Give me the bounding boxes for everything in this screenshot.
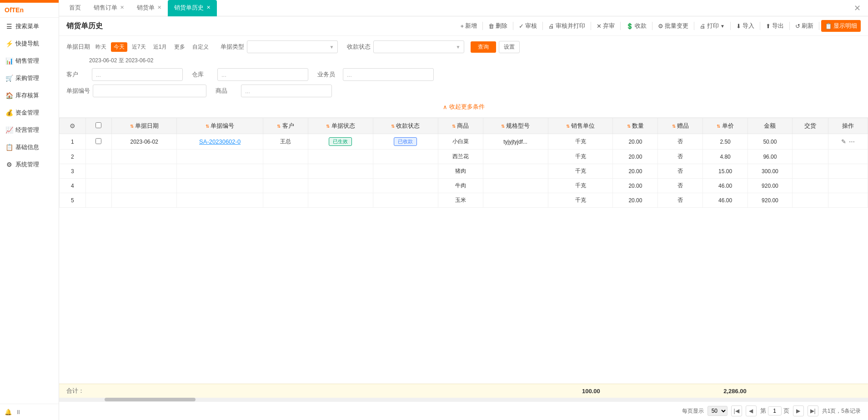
col-gift[interactable]: ⇅ 赠品	[658, 118, 703, 134]
sidebar-item-operations[interactable]: 📈 经营管理	[0, 121, 59, 139]
cell-customer	[263, 193, 308, 208]
horizontal-scrollbar[interactable]	[59, 398, 868, 401]
cell-doc-status	[308, 193, 373, 208]
tab-sales-goods-close[interactable]: ✕	[157, 5, 161, 10]
cell-transaction	[792, 164, 828, 179]
export-button[interactable]: ⬆ 导出	[762, 20, 788, 32]
refresh-icon: ↺	[795, 23, 800, 30]
date-opt-yesterday[interactable]: 昨天	[93, 42, 109, 52]
tab-sales-history[interactable]: 销货单历史 ✕	[168, 0, 217, 16]
discard-button[interactable]: ✕ 弃审	[593, 20, 618, 32]
sidebar-item-sales[interactable]: 📊 销售管理	[0, 52, 59, 70]
sidebar-item-sys-mgmt[interactable]: ⚙ 系统管理	[0, 156, 59, 173]
cell-transaction	[792, 193, 828, 208]
per-page-select[interactable]: 50	[707, 406, 728, 416]
show-detail-button[interactable]: 📋 显示明细	[821, 20, 861, 32]
doc-no-link[interactable]: SA-20230602-0	[199, 138, 241, 145]
sidebar-item-purchase[interactable]: 🛒 采购管理	[0, 70, 59, 87]
settings-filter-button[interactable]: 设置	[499, 41, 520, 53]
scrollbar-thumb[interactable]	[105, 398, 196, 401]
col-doc-no[interactable]: ⇅ 单据编号	[177, 118, 263, 134]
doc-type-dropdown-icon: ▼	[329, 45, 334, 50]
refresh-button[interactable]: ↺ 刷新	[792, 20, 817, 32]
filter-row-4: 单据编号 商品 ...	[66, 85, 861, 97]
edit-icon[interactable]: ✎	[841, 138, 846, 145]
col-checkbox[interactable]	[85, 118, 112, 134]
collapse-label: 收起更多条件	[449, 103, 485, 111]
batch-change-icon: ⚙	[658, 23, 663, 30]
tab-sales-order[interactable]: 销售订单 ✕	[87, 0, 130, 16]
audit-print-button[interactable]: 🖨 审核并打印	[545, 20, 589, 32]
cell-checkbox[interactable]	[85, 193, 112, 208]
col-goods[interactable]: ⇅ 商品	[438, 118, 483, 134]
sidebar-item-label: 系统管理	[15, 160, 39, 169]
query-button[interactable]: 查询	[471, 41, 496, 53]
date-opt-custom[interactable]: 自定义	[190, 42, 211, 52]
show-detail-label: 显示明细	[833, 22, 857, 30]
batch-change-button[interactable]: ⚙ 批量变更	[654, 20, 692, 32]
col-qty[interactable]: ⇅ 数量	[613, 118, 658, 134]
cell-doc-no	[177, 150, 263, 164]
import-button[interactable]: ⬇ 导入	[733, 20, 758, 32]
audit-button[interactable]: ✓ 审核	[515, 20, 541, 32]
tab-sales-goods[interactable]: 销货单 ✕	[130, 0, 168, 16]
cell-checkbox[interactable]	[85, 150, 112, 164]
cell-amount: 96.00	[748, 150, 793, 164]
next-page-btn[interactable]: ▶	[793, 405, 804, 416]
warehouse-input[interactable]: ...	[217, 68, 308, 81]
date-opt-7days[interactable]: 近7天	[129, 42, 149, 52]
collect-button[interactable]: 💲 收款	[622, 20, 650, 32]
delete-button[interactable]: 🗑 删除	[485, 20, 511, 32]
sidebar-item-search-menu[interactable]: ☰ 搜索菜单	[0, 18, 59, 35]
col-payment-status[interactable]: ⇅ 收款状态	[373, 118, 438, 134]
sidebar-item-base-info[interactable]: 📋 基础信息	[0, 139, 59, 156]
table-settings-icon[interactable]: ⚙	[70, 122, 75, 130]
select-all-checkbox[interactable]	[95, 122, 101, 128]
tab-home[interactable]: 首页	[63, 0, 87, 16]
new-button[interactable]: + 新增	[457, 20, 481, 32]
row-checkbox[interactable]	[95, 138, 101, 144]
page-input[interactable]	[768, 406, 782, 415]
col-doc-date[interactable]: ⇅ 单据日期	[112, 118, 177, 134]
close-all-tabs[interactable]: ✕	[850, 3, 864, 13]
col-unit-price[interactable]: ⇅ 单价	[703, 118, 748, 134]
col-spec[interactable]: ⇅ 规格型号	[483, 118, 548, 134]
sidebar-item-finance[interactable]: 💰 资金管理	[0, 104, 59, 121]
doc-no-input[interactable]	[93, 85, 206, 97]
doc-type-input[interactable]: ▼	[247, 40, 338, 53]
last-page-btn[interactable]: ▶|	[808, 405, 818, 416]
sidebar-item-quick-nav[interactable]: ⚡ 快捷导航	[0, 35, 59, 52]
goods-input[interactable]: ...	[241, 85, 332, 97]
salesperson-label: 业务员	[317, 70, 340, 79]
cell-checkbox[interactable]	[85, 134, 112, 150]
first-page-btn[interactable]: |◀	[731, 405, 742, 416]
sort-goods-icon: ⇅	[452, 124, 456, 129]
filter-goods: 商品 ...	[216, 85, 332, 97]
col-doc-status[interactable]: ⇅ 单据状态	[308, 118, 373, 134]
date-opt-more[interactable]: 更多	[171, 42, 188, 52]
cell-actions	[828, 193, 868, 208]
cell-doc-date	[112, 193, 177, 208]
col-sales-unit[interactable]: ⇅ 销售单位	[548, 118, 613, 134]
cell-amount: 50.00	[748, 134, 793, 150]
tab-sales-order-close[interactable]: ✕	[120, 5, 124, 10]
col-customer[interactable]: ⇅ 客户	[263, 118, 308, 134]
tab-sales-history-close[interactable]: ✕	[206, 5, 211, 10]
sidebar-item-inventory[interactable]: 🏠 库存核算	[0, 87, 59, 104]
prev-page-btn[interactable]: ◀	[746, 405, 757, 416]
date-opt-1month[interactable]: 近1月	[151, 42, 170, 52]
collapse-button[interactable]: ∧ 收起更多条件	[66, 101, 861, 113]
col-settings[interactable]: ⚙	[60, 118, 86, 134]
sidebar-bottom-icon1[interactable]: 🔔	[5, 409, 12, 415]
cell-doc-no[interactable]: SA-20230602-0	[177, 134, 263, 150]
sidebar-bottom-icon2[interactable]: ⏸	[15, 409, 21, 415]
print-button[interactable]: 🖨 打印 ▼	[696, 20, 728, 32]
more-icon[interactable]: ⋯	[849, 138, 855, 145]
cell-checkbox[interactable]	[85, 164, 112, 179]
cell-checkbox[interactable]	[85, 179, 112, 193]
payment-status-input[interactable]: ▼	[373, 40, 464, 53]
customer-input[interactable]: ...	[92, 68, 183, 81]
salesperson-input[interactable]: ...	[343, 68, 434, 81]
collapse-up-icon: ∧	[443, 104, 447, 110]
date-opt-today[interactable]: 今天	[111, 42, 127, 52]
